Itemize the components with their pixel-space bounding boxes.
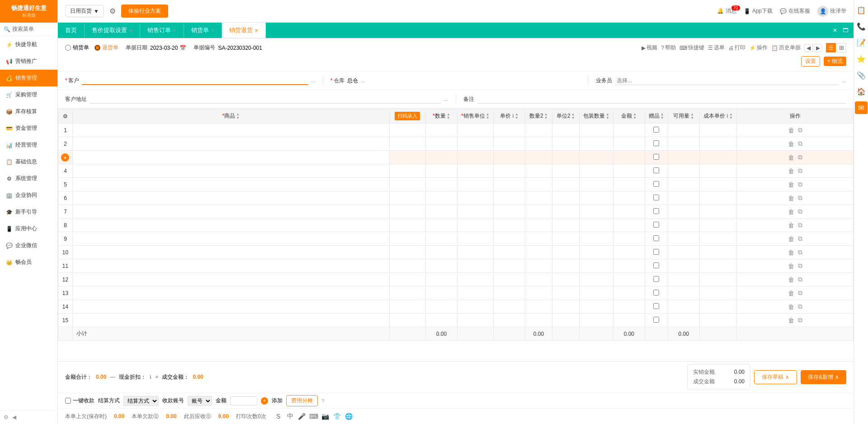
row-package-qty[interactable] <box>579 151 613 164</box>
row-amount[interactable] <box>613 151 645 164</box>
row-gift[interactable] <box>645 124 668 137</box>
sidebar-item-purchase[interactable]: 🛒 采购管理 <box>0 86 57 103</box>
right-sidebar-icon-2[interactable]: 📞 <box>855 20 868 33</box>
delete-row-btn[interactable]: 🗑 <box>787 126 795 135</box>
gift-sort[interactable]: ▲▼ <box>660 113 664 120</box>
add-row-button[interactable]: + <box>61 153 69 162</box>
gift-checkbox[interactable] <box>653 249 659 255</box>
copy-row-btn[interactable]: ⧉ <box>797 302 803 311</box>
salesperson-dots[interactable]: ... <box>842 77 846 84</box>
gift-checkbox[interactable] <box>653 208 659 214</box>
copy-row-btn[interactable]: ⧉ <box>797 125 803 135</box>
row-unit2[interactable] <box>552 151 579 164</box>
cash-discount-info[interactable]: ℹ <box>150 374 151 380</box>
header-settings-icon[interactable]: ⚙ <box>109 7 116 15</box>
delete-row-btn[interactable]: 🗑 <box>787 167 795 176</box>
delete-row-btn[interactable]: 🗑 <box>787 234 795 243</box>
row-quantity[interactable] <box>425 124 457 137</box>
sidebar-search[interactable]: 🔍 搜索菜单 <box>0 23 57 36</box>
select-btn[interactable]: ☰ 选单 <box>708 44 725 52</box>
product-sort[interactable]: ▲▼ <box>236 113 240 120</box>
amount-input[interactable] <box>230 396 257 405</box>
delete-row-btn[interactable]: 🗑 <box>787 139 795 148</box>
copy-row-btn[interactable]: ⧉ <box>797 152 803 162</box>
customer-input[interactable] <box>82 76 308 85</box>
delete-row-btn[interactable]: 🗑 <box>787 153 795 162</box>
row-amount[interactable] <box>613 137 645 151</box>
gift-checkbox[interactable] <box>653 222 659 228</box>
gift-checkbox[interactable] <box>653 303 659 309</box>
row-cost-price[interactable] <box>699 124 736 137</box>
save-draft-btn[interactable]: 保存草稿 ∧ <box>754 370 797 384</box>
gift-checkbox[interactable] <box>653 290 659 295</box>
sidebar-item-basic-info[interactable]: 📋 基础信息 <box>0 153 57 170</box>
logistics-btn[interactable]: + 物流 <box>824 57 846 66</box>
remark-input[interactable] <box>477 95 847 104</box>
cost-sort[interactable]: ▲▼ <box>729 113 733 120</box>
unit-price-info[interactable]: ℹ <box>512 113 514 119</box>
row-unit-price[interactable] <box>493 151 525 164</box>
sidebar-item-system[interactable]: ⚙ 系统管理 <box>0 170 57 187</box>
calendar-icon[interactable]: 📅 <box>179 45 186 51</box>
row-gift[interactable] <box>645 137 668 151</box>
row-quantity2[interactable] <box>525 137 552 151</box>
fee-help-icon[interactable]: ? <box>321 398 324 404</box>
right-sidebar-icon-5[interactable]: 📎 <box>855 69 868 81</box>
copy-row-btn[interactable]: ⧉ <box>797 234 803 243</box>
gift-checkbox[interactable] <box>653 181 659 187</box>
gift-checkbox[interactable] <box>653 276 659 282</box>
row-available[interactable] <box>668 151 699 164</box>
th-gear[interactable]: ⚙ <box>58 109 73 124</box>
row-quantity2[interactable] <box>525 151 552 164</box>
sidebar-item-member[interactable]: 👑 畅会员 <box>0 254 57 271</box>
print-btn[interactable]: 🖨 打印 <box>728 44 745 52</box>
gift-checkbox[interactable] <box>653 140 659 146</box>
copy-row-btn[interactable]: ⧉ <box>797 275 803 284</box>
available-sort[interactable]: ▲▼ <box>690 113 694 120</box>
calc-method-select[interactable]: 结算方式 <box>123 396 159 406</box>
row-unit-price[interactable] <box>493 124 525 137</box>
copy-row-btn[interactable]: ⧉ <box>797 261 803 271</box>
tab-sales-doc-close[interactable]: ✕ <box>211 28 214 33</box>
radio-sales-doc-input[interactable] <box>65 45 71 51</box>
delete-row-btn[interactable]: 🗑 <box>787 221 795 230</box>
tab-sales-doc[interactable]: 销货单 ✕ <box>184 23 222 38</box>
row-unit2[interactable] <box>552 137 579 151</box>
experience-btn[interactable]: 体验行业方案 <box>121 5 168 18</box>
row-package-qty[interactable] <box>579 137 613 151</box>
row-quantity[interactable] <box>425 151 457 164</box>
sidebar-item-wechat[interactable]: 💬 企业微信 <box>0 237 57 254</box>
warehouse-dots[interactable]: ... <box>361 77 365 84</box>
delete-row-btn[interactable]: 🗑 <box>787 207 795 216</box>
sidebar-item-app-center[interactable]: 📱 应用中心 <box>0 220 57 237</box>
row-cost-price[interactable] <box>699 151 736 164</box>
sales-unit-sort[interactable]: ▲▼ <box>486 113 490 120</box>
sidebar-item-sales[interactable]: 💰 销售管理 <box>0 70 57 86</box>
minus-icon[interactable]: — <box>110 374 115 380</box>
row-product[interactable] <box>73 124 390 137</box>
operate-btn[interactable]: ⚡ 操作 <box>749 44 768 52</box>
copy-row-btn[interactable]: ⧉ <box>797 288 803 298</box>
grid-view-btn[interactable]: ⊞ <box>837 43 846 52</box>
right-sidebar-icon-4[interactable]: ⭐ <box>855 52 868 65</box>
taskbar-icon-2[interactable]: 中 <box>285 411 295 421</box>
prev-doc-btn[interactable]: ◀ <box>804 44 813 52</box>
row-add-btn[interactable]: + <box>58 151 73 164</box>
row-sales-unit[interactable] <box>457 137 493 151</box>
sidebar-item-operations[interactable]: 📊 经营管理 <box>0 137 57 153</box>
row-unit-price[interactable] <box>493 137 525 151</box>
right-sidebar-icon-3[interactable]: 📝 <box>855 36 868 49</box>
shortcut-btn[interactable]: ⌨ 快捷键 <box>679 44 704 52</box>
radio-sales-doc[interactable]: 销货单 <box>65 44 89 52</box>
sidebar-item-inventory[interactable]: 📦 库存核算 <box>0 103 57 120</box>
quantity-sort[interactable]: ▲▼ <box>447 113 450 120</box>
delete-row-btn[interactable]: 🗑 <box>787 194 795 203</box>
sidebar-item-enterprise[interactable]: 🏢 企业协同 <box>0 187 57 204</box>
taskbar-icon-5[interactable]: 📷 <box>321 411 330 421</box>
add-fee-btn[interactable]: + <box>261 397 268 405</box>
gift-checkbox[interactable] <box>653 195 659 200</box>
sidebar-gear-icon[interactable]: ⚙ <box>4 414 9 420</box>
date-value[interactable]: 2023-03-20 <box>150 45 178 51</box>
gift-checkbox[interactable] <box>653 154 659 160</box>
quantity2-sort[interactable]: ▲▼ <box>544 113 548 120</box>
